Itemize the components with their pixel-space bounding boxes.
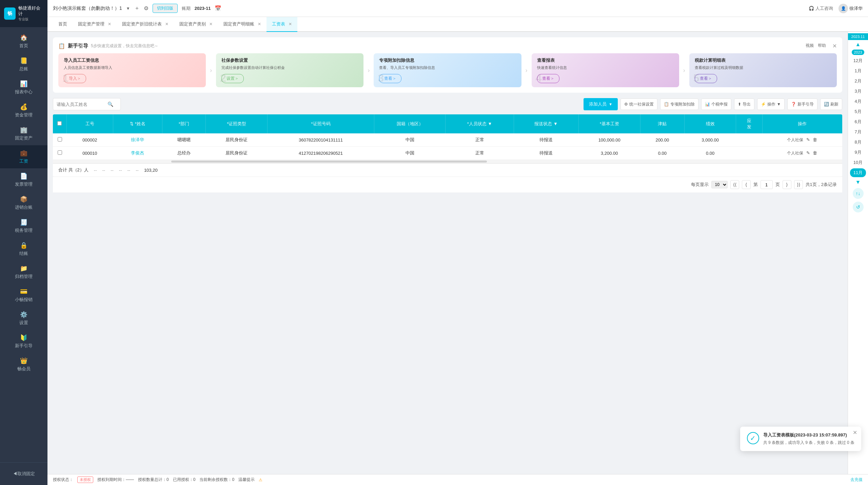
settings-icon[interactable]: ⚙ bbox=[144, 5, 149, 12]
page-input[interactable] bbox=[761, 180, 773, 189]
special-deduct-label: 专项附加扣除 bbox=[670, 101, 695, 107]
sidebar-item-funds[interactable]: 💰资金管理 bbox=[0, 99, 47, 122]
th-performance: 绩效 bbox=[684, 114, 736, 133]
search-input[interactable] bbox=[57, 102, 107, 107]
action-delete-1[interactable]: 🗑 bbox=[813, 150, 817, 155]
ai-consult-button[interactable]: 🎧 人工咨询 bbox=[809, 5, 833, 12]
sidebar-item-guide[interactable]: 🔰新手引导 bbox=[0, 330, 47, 353]
action-social-1[interactable]: 个人社保 bbox=[787, 151, 803, 155]
sidebar-item-member[interactable]: 👑畅会员 bbox=[0, 353, 47, 376]
action-delete-0[interactable]: 🗑 bbox=[813, 137, 817, 142]
cell-name-link-0[interactable]: 徐泽华 bbox=[131, 137, 144, 142]
sidebar-item-expense[interactable]: 💳小畅报销 bbox=[0, 284, 47, 307]
calendar-icon[interactable]: 📅 bbox=[215, 5, 221, 12]
cell-name-1[interactable]: 李俊杰 bbox=[113, 147, 162, 160]
panel-month-12月[interactable]: 12月 bbox=[848, 56, 868, 66]
page-first-button[interactable]: ⟨⟨ bbox=[730, 180, 739, 189]
panel-month-6月[interactable]: 6月 bbox=[848, 117, 868, 127]
page-last-button[interactable]: ⟩⟩ bbox=[794, 180, 803, 189]
actions-label: 操作 bbox=[767, 101, 775, 107]
actions-button[interactable]: ⚡ 操作 ▼ bbox=[757, 98, 785, 110]
tab-close-fixed_category[interactable]: ✕ bbox=[209, 22, 213, 26]
page-prev-button[interactable]: ⟨ bbox=[742, 180, 751, 189]
tab-fixed_detail[interactable]: 固定资产明细账✕ bbox=[218, 17, 267, 32]
add-people-button[interactable]: 添加人员 ▼ bbox=[584, 98, 618, 110]
panel-up-button[interactable]: ▲ bbox=[855, 41, 861, 48]
action-social-0[interactable]: 个人社保 bbox=[787, 137, 803, 142]
table-scroll-bar[interactable] bbox=[53, 160, 842, 163]
panel-month-10月[interactable]: 10月 bbox=[848, 157, 868, 168]
separator-1: 授权数量总计：0 bbox=[138, 477, 169, 483]
video-link[interactable]: 视频 bbox=[806, 43, 814, 49]
page-next-button[interactable]: ⟩ bbox=[783, 180, 791, 189]
step-desc-3: 查看、导入员工专项附加扣除信息 bbox=[379, 65, 516, 71]
per-page-select[interactable]: 10 20 50 bbox=[711, 181, 728, 188]
old-version-button[interactable]: 切到旧版 bbox=[153, 4, 178, 13]
panel-month-1月[interactable]: 1月 bbox=[848, 66, 868, 76]
footer-dash-3: -- bbox=[111, 168, 114, 173]
recharge-link[interactable]: 去充值 bbox=[850, 477, 863, 483]
tab-home[interactable]: 首页 bbox=[53, 17, 73, 32]
panel-month-2月[interactable]: 2月 bbox=[848, 76, 868, 86]
sidebar-item-archive[interactable]: 📁归档管理 bbox=[0, 261, 47, 284]
tab-fixed_assets_mgmt[interactable]: 固定资产管理✕ bbox=[73, 17, 117, 32]
sidebar-item-fixed_assets[interactable]: 🏢固定资产 bbox=[0, 122, 47, 145]
refresh-button[interactable]: 🔄 刷新 bbox=[820, 98, 842, 110]
panel-month-11月[interactable]: 11月 bbox=[850, 168, 866, 177]
cell-name-link-1[interactable]: 李俊杰 bbox=[131, 150, 144, 155]
fixed_assets-icon: 🏢 bbox=[20, 126, 27, 134]
tab-close-fixed_assets_mgmt[interactable]: ✕ bbox=[108, 22, 111, 26]
funds-icon: 💰 bbox=[20, 103, 27, 111]
panel-down-button[interactable]: ▼ bbox=[855, 179, 861, 185]
select-all-checkbox[interactable] bbox=[57, 121, 62, 126]
tax-report-button[interactable]: 📊 个税申报 bbox=[701, 98, 731, 110]
action-edit-0[interactable]: ✎ bbox=[806, 137, 810, 142]
sidebar-item-home[interactable]: 🏠首页 bbox=[0, 30, 47, 53]
sidebar-item-invoicing[interactable]: 📄发票管理 bbox=[0, 168, 47, 191]
add-account-button[interactable]: ＋ bbox=[134, 5, 140, 12]
warning-label: 温馨提示 bbox=[238, 477, 255, 483]
th-base-salary: *基本工资 bbox=[578, 114, 640, 133]
tab-close-fixed_detail[interactable]: ✕ bbox=[258, 22, 261, 26]
panel-action-1[interactable]: ↺ bbox=[853, 202, 864, 212]
panel-action-0[interactable]: ↑↓ bbox=[853, 188, 864, 199]
special-deduct-button[interactable]: 📋 专项附加扣除 bbox=[660, 98, 698, 110]
select-all-checkbox-header[interactable] bbox=[53, 114, 66, 133]
tab-fixed_category[interactable]: 固定资产类别✕ bbox=[174, 17, 218, 32]
export-button[interactable]: ⬆ 导出 bbox=[734, 98, 754, 110]
sidebar-item-reports[interactable]: 📊报表中心 bbox=[0, 76, 47, 99]
sidebar-item-payroll[interactable]: 💼工资 bbox=[0, 145, 47, 168]
table-scroll-thumb bbox=[171, 161, 487, 163]
tab-close-payroll_table[interactable]: ✕ bbox=[289, 22, 292, 26]
sidebar-item-closing[interactable]: 🔒结账 bbox=[0, 238, 47, 261]
tab-depreciation[interactable]: 固定资产折旧统计表✕ bbox=[117, 17, 174, 32]
row-checkbox-0[interactable] bbox=[53, 133, 66, 147]
action-edit-1[interactable]: ✎ bbox=[806, 150, 810, 155]
social-insurance-button[interactable]: ⚙ 统一社保设置 bbox=[620, 98, 657, 110]
sidebar-item-settings[interactable]: ⚙️设置 bbox=[0, 307, 47, 330]
panel-month-5月[interactable]: 5月 bbox=[848, 107, 868, 117]
sidebar-item-inventory[interactable]: 📦进销台账 bbox=[0, 191, 47, 214]
account-dropdown-icon[interactable]: ▼ bbox=[126, 6, 130, 11]
th-nationality: 国籍（地区） bbox=[374, 114, 445, 133]
panel-month-3月[interactable]: 3月 bbox=[848, 86, 868, 96]
cell-name-0[interactable]: 徐泽华 bbox=[113, 133, 162, 147]
cell-operations-0: 个人社保 ✎ 🗑 bbox=[762, 133, 842, 147]
guide-close-button[interactable]: ✕ bbox=[832, 43, 837, 49]
guide-button[interactable]: ❓ 新手引导 bbox=[787, 98, 817, 110]
cancel-fixed-button[interactable]: ◀取消固定 bbox=[0, 467, 47, 481]
help-link[interactable]: 帮助 bbox=[818, 43, 826, 49]
sidebar-item-tax[interactable]: 🧾税务管理 bbox=[0, 214, 47, 238]
sidebar-item-ledger[interactable]: 📒总账 bbox=[0, 53, 47, 76]
panel-month-8月[interactable]: 8月 bbox=[848, 137, 868, 147]
row-checkbox-input-1[interactable] bbox=[58, 150, 62, 155]
tab-payroll_table[interactable]: 工资表✕ bbox=[267, 17, 297, 32]
panel-month-4月[interactable]: 4月 bbox=[848, 96, 868, 107]
toast-close-button[interactable]: ✕ bbox=[853, 429, 857, 436]
panel-month-9月[interactable]: 9月 bbox=[848, 147, 868, 157]
cell-status-0: 正常 bbox=[446, 133, 514, 147]
tab-close-depreciation[interactable]: ✕ bbox=[165, 22, 169, 26]
panel-month-7月[interactable]: 7月 bbox=[848, 127, 868, 137]
row-checkbox-input-0[interactable] bbox=[58, 137, 62, 142]
row-checkbox-1[interactable] bbox=[53, 147, 66, 160]
